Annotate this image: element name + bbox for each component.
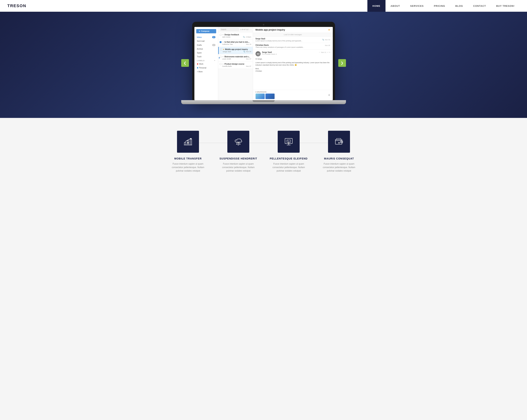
logo: TRESON [7,3,26,8]
feature-pellentesque: PELLENTESQUE ELEIFEND Fusce interdum sap… [264,131,314,173]
sidebar-item-drafts[interactable]: Drafts 2 [194,43,218,47]
email-item-5[interactable]: ★ Product design course Camilla Belle No… [218,62,253,69]
feature-icon-mobile-transfer [177,131,199,153]
attach-icon-1: 📎 [243,36,245,38]
thread-item-1[interactable]: Serge Vasil Lorem Ipsum is simply dummy … [253,37,333,43]
star-icon-1[interactable]: ★ [222,34,224,36]
sidebar-item-trash[interactable]: Trash [194,55,218,59]
star-icon-4[interactable]: ★ [222,56,224,58]
prev-arrow[interactable]: ❮ [181,59,189,67]
thread-item-2[interactable]: Christian Davis There are many variation… [253,43,333,49]
feature-dot-2 [238,142,239,144]
camera-dot [263,24,264,25]
nav-buy[interactable]: BUY TRESON! [491,0,520,12]
red-dot [197,63,198,65]
email-item-4[interactable]: ★ Bistronome materials and s... Lewis Sm… [218,54,253,62]
features-grid: MOBILE TRANSFER Fusce interdum sapien ut… [163,131,364,173]
next-page-icon[interactable]: › [251,29,251,31]
email-message: SV Serge Vasil To Christian Davis ▾ ☆ No… [253,49,333,90]
email-list: Search 1-24 of 112 ‹ › ★ Design feedback [218,27,253,100]
sidebar-item-archive[interactable]: Archive [194,47,218,51]
chevron-right-icon: ❯ [341,61,343,65]
nav-about[interactable]: ABOUT [385,0,405,12]
hero-section: ❮ ✏ Compose Inbox 3 [0,12,527,118]
email-checkbox-2[interactable] [220,41,221,43]
feature-icon-wallet [328,131,350,153]
chevron-left-icon: ❮ [184,61,186,65]
msg-star-icon[interactable]: ☆ [319,51,320,53]
detail-header: Mobile app project inquiry ★ [253,27,333,33]
svg-point-19 [341,142,342,142]
label-personal[interactable]: Personal [194,66,218,70]
next-arrow[interactable]: ❯ [338,59,346,67]
message-avatar: SV [255,51,261,56]
reply-icon[interactable]: ↩ [327,51,329,53]
attachments-section: 2 attachments ⬇ [253,90,333,100]
feature-dot-4 [338,142,340,144]
star-icon-5[interactable]: ★ [222,63,224,65]
svg-rect-17 [335,140,342,144]
attachment-thumb-2[interactable] [265,94,274,99]
email-app: ✏ Compose Inbox 3 Sent mail Drafts 2 [194,27,333,100]
nav-blog[interactable]: BLOG [450,0,468,12]
chart-icon [183,137,193,147]
feature-icon-monitor [278,131,300,153]
feature-icon-cloud [227,131,249,153]
label-more[interactable]: + More [194,70,218,74]
download-icon[interactable]: ⬇ [328,94,330,97]
svg-rect-2 [190,139,192,145]
compose-button[interactable]: ✏ Compose [196,29,216,33]
nav-links: HOME ABOUT SERVICES PRICING BLOG CONTACT… [367,0,520,12]
email-list-header: Search 1-24 of 112 ‹ › [218,27,253,32]
blue-dot [197,67,198,68]
laptop-base [181,100,346,104]
labels-section: LABELS + [194,59,218,62]
load-older[interactable]: Load 24 older messages [253,33,333,37]
email-checkbox-5[interactable] [220,63,221,65]
feature-mobile-transfer: MOBILE TRANSFER Fusce interdum sapien ut… [163,131,213,173]
prev-page-icon[interactable]: ‹ [249,29,250,31]
feature-dot-1 [187,142,189,144]
attach-icon-3: 📎 [243,51,245,53]
nav-services[interactable]: SERVICES [405,0,429,12]
nav-contact[interactable]: CONTACT [468,0,491,12]
navbar: TRESON HOME ABOUT SERVICES PRICING BLOG … [0,0,527,12]
email-item-1[interactable]: ★ Design feedback Jack Jones 📎 4:30pm [218,32,253,40]
label-work[interactable]: Work [194,62,218,66]
feature-mauris: MAURIS CONSEQUAT Fusce interdum sapien u… [314,131,364,173]
sidebar-item-inbox[interactable]: Inbox 3 [194,35,218,39]
email-checkbox-4[interactable] [220,56,221,58]
sidebar-item-spam[interactable]: Spam [194,51,218,55]
nav-pricing[interactable]: PRICING [429,0,450,12]
unread-dot [219,57,220,58]
attachment-thumb-1[interactable] [255,94,265,99]
search-box[interactable]: Search [220,28,240,31]
detail-star-icon[interactable]: ★ [328,28,330,31]
email-checkbox-1[interactable] [220,34,221,36]
nav-home[interactable]: HOME [367,0,385,12]
email-item-3[interactable]: ★ Mobile app project inquiry Serge Vasil… [218,47,253,54]
email-checkbox-3[interactable] [220,48,222,50]
laptop-screen: ✏ Compose Inbox 3 Sent mail Drafts 2 [194,27,333,100]
star-icon-3[interactable]: ★ [223,48,224,50]
laptop-mockup: ✏ Compose Inbox 3 Sent mail Drafts 2 [192,22,335,100]
thread-attach-icon: 📎 [322,39,324,41]
svg-rect-0 [184,143,186,145]
sidebar-item-sent[interactable]: Sent mail [194,39,218,43]
expand-icon[interactable]: ▾ [329,51,330,53]
svg-marker-4 [190,138,192,139]
message-body: Hi Serge, Lorem Ipsum is simply dummy te… [255,58,330,73]
wallet-icon [334,137,344,147]
compose-icon: ✏ [199,30,200,32]
star-icon-2[interactable]: ★ [222,41,224,43]
features-section: MOBILE TRANSFER Fusce interdum sapien ut… [0,118,527,186]
email-item-2[interactable]: ★ Is that what you had in min... Catheri… [218,40,253,47]
feature-dot-3 [288,142,289,144]
monitor-icon [284,137,294,147]
cloud-icon [233,137,243,147]
email-detail: Mobile app project inquiry ★ Load 24 old… [253,27,333,100]
attachment-thumbnails [255,94,274,99]
email-sidebar: ✏ Compose Inbox 3 Sent mail Drafts 2 [194,27,218,100]
feature-suspendisse: SUSPENDISSE HENDRERIT Fusce interdum sap… [213,131,264,173]
